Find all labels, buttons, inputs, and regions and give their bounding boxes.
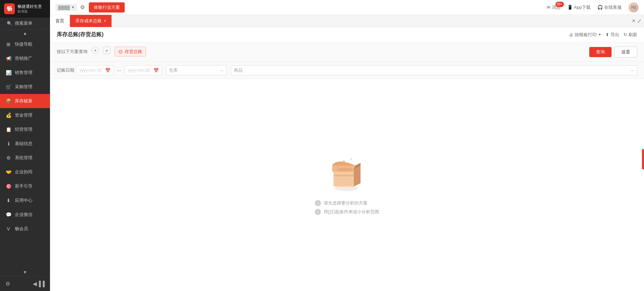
app-name: 畅捷通好生意 <box>18 4 42 9</box>
sidebar-item-finance[interactable]: 💰 资金管理 <box>0 108 50 122</box>
sidebar-item-marketing[interactable]: 📢 营销推广 <box>0 51 50 66</box>
main-area: ▓▓▓▓ ▼ ⚙ 体验行业方案 ✉ 消息 99+ 📱 App下载 🎧 在线客服 … <box>50 0 644 291</box>
sidebar-logo: 畅 畅捷通好生意 标准版 <box>0 0 50 18</box>
quick-nav-icon: ⊞ <box>5 41 11 47</box>
date-filter-field: 记账日期 yyyy-mm-dd 📅 — yyyy-mm-dd 📅 <box>57 65 162 75</box>
topbar-settings-icon[interactable]: ⚙ <box>80 4 85 10</box>
filter-area: 按以下方案查询 + « ⊙ 存货总账 查询 设置 <box>50 43 644 62</box>
user-name: ▓▓▓▓ <box>58 5 70 10</box>
hint-text-2: 用[过滤]条件来缩小分析范围 <box>324 209 379 215</box>
online-support-action[interactable]: 🎧 在线客服 <box>597 4 622 10</box>
sidebar: 畅 畅捷通好生意 标准版 🔍 搜索菜单 ▲ ⊞ 快捷导航 📢 营销推广 📊 销售… <box>0 0 50 291</box>
sales-icon: 📊 <box>5 70 11 76</box>
sidebar-scroll-up[interactable]: ▲ <box>0 29 50 37</box>
sidebar-item-quick-nav[interactable]: ⊞ 快捷导航 <box>0 37 50 51</box>
sidebar-item-label: 快捷导航 <box>15 41 32 47</box>
warehouse-filter-field[interactable]: 仓库 ··· <box>166 65 227 75</box>
page-header: 库存总账(存货总账) 🖨 按模板打印 ▼ ⬆ 导出 ↻ 刷新 <box>50 27 644 43</box>
sidebar-scroll-down[interactable]: ▼ <box>0 268 50 276</box>
empty-hints: 1 请先选择要分析的方案 2 用[过滤]条件来缩小分析范围 <box>315 200 379 218</box>
svg-rect-5 <box>333 175 354 176</box>
tab-home-label: 首页 <box>55 18 64 24</box>
topbar-right: ✉ 消息 99+ 📱 App下载 🎧 在线客服 Rit <box>547 2 639 13</box>
empty-illustration: ✦ ✦ <box>327 153 367 193</box>
topbar-left: ▓▓▓▓ ▼ ⚙ 体验行业方案 <box>55 2 547 13</box>
app-download-action[interactable]: 📱 App下载 <box>567 4 591 10</box>
refresh-button[interactable]: ↻ 刷新 <box>623 32 637 38</box>
sidebar-item-purchase[interactable]: 🛒 采购管理 <box>0 80 50 94</box>
sidebar-item-label: 系统管理 <box>15 155 32 161</box>
wechat-icon: 💬 <box>5 212 11 218</box>
sidebar-item-apps[interactable]: ⬇ 应用中心 <box>0 193 50 208</box>
empty-hint-1: 1 请先选择要分析的方案 <box>315 200 379 206</box>
footer-settings-icon[interactable]: ⚙ <box>5 281 10 287</box>
print-template-button[interactable]: 🖨 按模板打印 ▼ <box>569 32 601 38</box>
dropdown-chevron-icon: ▼ <box>71 5 75 9</box>
scheme-icon: ⊙ <box>118 48 123 55</box>
user-avatar[interactable]: Rit <box>628 2 639 13</box>
system-icon: ⚙ <box>5 155 11 161</box>
expand-panel-button[interactable]: ⤢ <box>637 18 641 24</box>
filter-collapse-button[interactable]: « <box>103 47 110 54</box>
date-label: 记账日期 <box>57 67 74 73</box>
printer-icon: 🖨 <box>569 32 573 37</box>
warehouse-placeholder: 仓库 <box>169 67 218 73</box>
sidebar-search[interactable]: 🔍 搜索菜单 <box>0 18 50 29</box>
calendar-end-icon: 📅 <box>153 68 159 73</box>
sidebar-item-label: 库存核算 <box>15 98 32 104</box>
filter-add-button[interactable]: + <box>92 47 99 54</box>
settings-button[interactable]: 设置 <box>614 47 637 57</box>
sidebar-item-member[interactable]: V 畅会员 <box>0 222 50 236</box>
finance-icon: 💰 <box>5 112 11 118</box>
date-start-input[interactable]: yyyy-mm-dd 📅 <box>76 65 114 75</box>
sidebar-item-system[interactable]: ⚙ 系统管理 <box>0 151 50 165</box>
sidebar-item-guide[interactable]: 🎯 新手引导 <box>0 179 50 193</box>
box-svg: ✦ ✦ <box>327 153 367 193</box>
empty-hint-2: 2 用[过滤]条件来缩小分析范围 <box>315 209 379 215</box>
message-icon: ✉ <box>547 5 550 10</box>
sidebar-item-label: 基础信息 <box>15 141 32 147</box>
product-placeholder: 商品 <box>234 67 628 73</box>
content-area: 库存总账(存货总账) 🖨 按模板打印 ▼ ⬆ 导出 ↻ 刷新 <box>50 27 644 291</box>
tab-inventory-label: 库存成本总账 <box>75 18 102 24</box>
logo-text-block: 畅捷通好生意 标准版 <box>18 4 42 14</box>
app-download-label: App下载 <box>574 4 591 10</box>
sidebar-item-label: 应用中心 <box>15 197 32 203</box>
sidebar-item-label: 新手引导 <box>15 183 32 189</box>
warehouse-more-icon[interactable]: ··· <box>220 68 224 73</box>
hint-number-1: 1 <box>315 200 321 206</box>
sidebar-item-sales[interactable]: 📊 销售管理 <box>0 66 50 80</box>
tab-inventory-ledger[interactable]: 库存成本总账 × <box>70 15 112 27</box>
close-panel-button[interactable]: × <box>632 18 635 24</box>
industry-solution-button[interactable]: 体验行业方案 <box>89 2 125 13</box>
purchase-icon: 🛒 <box>5 84 11 90</box>
export-icon: ⬆ <box>605 32 609 37</box>
product-filter-field[interactable]: 商品 ··· <box>231 65 637 75</box>
online-support-label: 在线客服 <box>604 4 622 10</box>
sidebar-item-wechat[interactable]: 💬 企业微信 <box>0 208 50 222</box>
product-more-icon[interactable]: ··· <box>630 68 634 73</box>
svg-rect-1 <box>333 170 354 187</box>
sidebar-nav: ⊞ 快捷导航 📢 营销推广 📊 销售管理 🛒 采购管理 📦 库存核算 💰 资金管… <box>0 37 50 268</box>
tab-close-icon[interactable]: × <box>104 19 106 23</box>
header-actions: 🖨 按模板打印 ▼ ⬆ 导出 ↻ 刷新 <box>569 32 637 38</box>
svg-text:✦: ✦ <box>350 157 352 161</box>
sidebar-item-base[interactable]: ℹ 基础信息 <box>0 137 50 151</box>
footer-audio-icon[interactable]: ◀▐▐ <box>33 281 45 287</box>
active-filter-scheme[interactable]: ⊙ 存货总账 <box>115 47 146 56</box>
sidebar-item-cooperation[interactable]: 🤝 企业协同 <box>0 165 50 179</box>
sidebar-item-inventory[interactable]: 📦 库存核算 <box>0 94 50 108</box>
logo-icon: 畅 <box>4 3 15 14</box>
topbar: ▓▓▓▓ ▼ ⚙ 体验行业方案 ✉ 消息 99+ 📱 App下载 🎧 在线客服 … <box>50 0 644 15</box>
tab-home[interactable]: 首页 <box>50 15 70 27</box>
app-badge: 标准版 <box>18 9 42 14</box>
query-button[interactable]: 查询 <box>589 47 612 57</box>
sidebar-item-label: 经营管理 <box>15 126 32 132</box>
phone-icon: 📱 <box>567 5 573 10</box>
empty-state: ✦ ✦ 1 请先选择要分析的方案 2 用[过滤]条件来缩小分析范围 <box>50 79 644 291</box>
date-end-input[interactable]: yyyy-mm-dd 📅 <box>125 65 162 75</box>
sidebar-item-operation[interactable]: 📋 经营管理 <box>0 122 50 137</box>
topbar-user-selector[interactable]: ▓▓▓▓ ▼ <box>55 4 77 11</box>
export-button[interactable]: ⬆ 导出 <box>605 32 619 38</box>
messages-action[interactable]: ✉ 消息 99+ <box>547 4 561 10</box>
